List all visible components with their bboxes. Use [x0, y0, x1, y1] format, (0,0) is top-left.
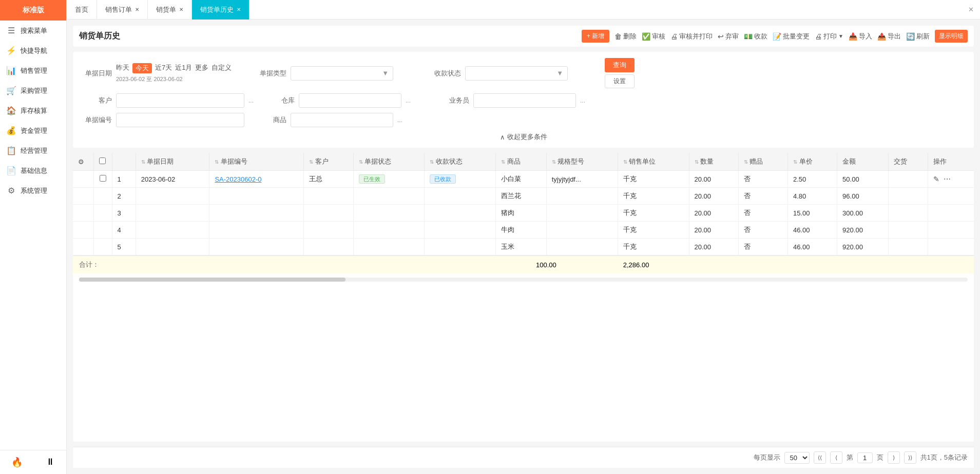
warehouse-ellipsis[interactable]: ... [406, 97, 411, 104]
salesperson-input[interactable] [473, 93, 576, 108]
print-button[interactable]: 🖨 打印 ▼ [815, 32, 843, 41]
th-unit[interactable]: ⇅ 销售单位 [618, 153, 689, 171]
audit-print-button[interactable]: 🖨 审核并打印 [670, 32, 713, 41]
last-page-button[interactable]: ⟩⟩ [904, 451, 916, 464]
cell-checkbox[interactable] [93, 188, 112, 205]
cell-checkbox[interactable] [93, 205, 112, 222]
salesperson-ellipsis[interactable]: ... [580, 97, 585, 104]
cell-checkbox[interactable] [93, 239, 112, 255]
sidebar-item-basic-info[interactable]: 📄 基础信息 [0, 161, 66, 181]
th-payment-status[interactable]: ⇅ 收款状态 [425, 153, 496, 171]
page-number[interactable]: 1 [857, 452, 873, 463]
docno-label: 单据编号 [81, 115, 112, 125]
th-checkbox[interactable] [93, 153, 112, 171]
th-settings[interactable]: ⚙ [73, 153, 93, 171]
customer-input[interactable] [116, 93, 244, 108]
show-detail-button[interactable]: 显示明细 [935, 30, 968, 43]
search-menu-icon: ☰ [6, 26, 16, 35]
collapse-button[interactable]: ∧ 收起更多条件 [81, 132, 966, 142]
sidebar-item-sys-mgmt[interactable]: ⚙ 系统管理 [0, 181, 66, 201]
tab-sales-order[interactable]: 销售订单 ✕ [97, 0, 148, 19]
batch-change-button[interactable]: 📝 批量变更 [773, 32, 810, 41]
th-doc-status[interactable]: ⇅ 单据状态 [353, 153, 425, 171]
refresh-button[interactable]: 🔄 刷新 [906, 32, 930, 41]
sidebar-item-finance[interactable]: 💰 资金管理 [0, 121, 66, 141]
doc-type-select[interactable]: ▼ [291, 66, 393, 81]
export-button[interactable]: 📤 导出 [877, 32, 901, 41]
date-tab-custom[interactable]: 自定义 [212, 63, 232, 73]
date-tab-7days[interactable]: 近7天 [155, 63, 172, 73]
date-tab-today[interactable]: 今天 [132, 63, 152, 73]
sidebar-item-operations[interactable]: 📋 经营管理 [0, 141, 66, 161]
tab-close-sales-order[interactable]: ✕ [135, 7, 139, 12]
delete-button[interactable]: 🗑 删除 [614, 32, 637, 41]
goods-ellipsis[interactable]: ... [397, 116, 402, 124]
cell-goods: 西兰花 [496, 188, 546, 205]
date-tab-yesterday[interactable]: 昨天 [116, 63, 129, 73]
pagination-bar: 每页显示 50 ⟨⟨ ⟨ 第 1 页 ⟩ ⟩⟩ 共1页，5条记录 [73, 447, 974, 468]
sidebar-item-label: 基础信息 [21, 166, 47, 175]
delete-icon: 🗑 [614, 32, 622, 41]
prev-page-button[interactable]: ⟨ [830, 451, 842, 464]
page-label: 页 [877, 453, 883, 462]
tab-sales-history[interactable]: 销货单历史 ✕ [192, 0, 249, 19]
filter-panel: 单据日期 昨天 今天 近7天 近1月 更多 自定义 2023-06-02 至 2… [73, 52, 974, 148]
new-button[interactable]: + 新增 [582, 30, 609, 43]
payment-status-select[interactable]: ▼ [465, 66, 568, 81]
cell-amount: 96.00 [837, 188, 889, 205]
tab-close-sales-history[interactable]: ✕ [237, 7, 241, 12]
sidebar-item-sales[interactable]: 📊 销售管理 [0, 61, 66, 81]
import-button[interactable]: 📥 导入 [849, 32, 872, 41]
cell-settings [73, 171, 93, 188]
th-amount[interactable]: 金额 [837, 153, 889, 171]
first-page-button[interactable]: ⟨⟨ [814, 451, 826, 464]
sidebar-pause-icon[interactable]: ⏸ [46, 457, 55, 468]
th-doc-no[interactable]: ⇅ 单据编号 [209, 153, 304, 171]
close-all-tabs[interactable]: ✕ [962, 6, 980, 13]
tab-home[interactable]: 首页 [67, 0, 97, 19]
th-transaction[interactable]: 交货 [888, 153, 928, 171]
sidebar-item-inventory[interactable]: 🏠 库存核算 [0, 101, 66, 121]
sales-icon: 📊 [6, 66, 16, 75]
th-price[interactable]: ⇅ 单价 [787, 153, 837, 171]
collect-button[interactable]: 💵 收款 [744, 32, 767, 41]
abandon-button[interactable]: ↩ 弃审 [718, 32, 739, 41]
per-page-select[interactable]: 50 [784, 452, 810, 464]
customer-ellipsis[interactable]: ... [248, 97, 254, 104]
tab-close-sales-goods[interactable]: ✕ [179, 7, 183, 12]
edit-action-icon[interactable]: ✎ [933, 175, 939, 183]
cell-unit: 千克 [618, 205, 689, 222]
th-doc-date[interactable]: ⇅ 单据日期 [136, 153, 209, 171]
setting-button[interactable]: 设置 [605, 74, 635, 88]
sidebar-item-quick-nav[interactable]: ⚡ 快捷导航 [0, 41, 66, 61]
th-customer[interactable]: ⇅ 客户 [304, 153, 353, 171]
sidebar-item-label: 经营管理 [21, 146, 47, 155]
th-gift[interactable]: ⇅ 赠品 [738, 153, 787, 171]
audit-button[interactable]: ✅ 审核 [642, 32, 665, 41]
th-qty[interactable]: ⇅ 数量 [689, 153, 738, 171]
date-tab-1month[interactable]: 近1月 [175, 63, 192, 73]
cell-checkbox[interactable] [93, 222, 112, 239]
sidebar-item-search[interactable]: ☰ 搜索菜单 [0, 21, 66, 41]
cell-checkbox[interactable] [93, 171, 112, 188]
tab-sales-goods[interactable]: 销货单 ✕ [148, 0, 192, 19]
select-all-checkbox[interactable] [99, 157, 106, 164]
abandon-icon: ↩ [718, 32, 724, 41]
more-action-icon[interactable]: ⋯ [944, 175, 951, 183]
sidebar-item-purchase[interactable]: 🛒 采购管理 [0, 81, 66, 101]
th-goods[interactable]: ⇅ 商品 [496, 153, 546, 171]
horizontal-scrollbar[interactable] [73, 273, 974, 286]
cell-price: 46.00 [787, 239, 837, 255]
th-spec[interactable]: ⇅ 规格型号 [546, 153, 618, 171]
table-row: 2西兰花千克20.00否4.8096.00 [73, 188, 974, 205]
query-button[interactable]: 查询 [605, 58, 635, 72]
date-tab-more[interactable]: 更多 [195, 63, 208, 73]
docno-input[interactable] [116, 113, 244, 127]
sidebar-fire-icon[interactable]: 🔥 [11, 457, 23, 468]
warehouse-input[interactable] [299, 93, 401, 108]
doc-no-link[interactable]: SA-20230602-0 [215, 175, 261, 183]
table-row: 4牛肉千克20.00否46.00920.00 [73, 222, 974, 239]
next-page-button[interactable]: ⟩ [888, 451, 900, 464]
goods-input[interactable] [291, 113, 393, 127]
cell-doc-date [136, 205, 209, 222]
